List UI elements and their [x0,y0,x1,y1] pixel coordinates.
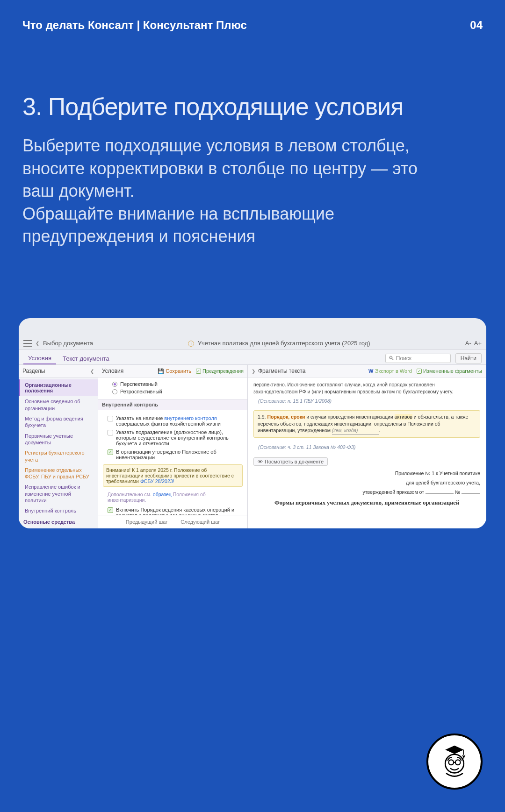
conditions-column: Условия 💾 Сохранить Предупреждения Персп… [98,365,248,528]
checkbox-icon [108,449,113,455]
radio-icon [112,389,117,394]
radio-icon [112,382,117,387]
checkbox-icon [108,416,113,421]
brand-label: Что делать Консалт | Консультант Плюс [22,19,247,32]
section-item[interactable]: Первичные учетные документы [19,431,98,448]
link-sample[interactable]: образец [153,491,173,497]
source-note-2: (Основание: ч. 3 ст. 11 Закона № 402-ФЗ) [253,442,480,455]
tab-conditions[interactable]: Условия [23,352,56,364]
hamburger-icon[interactable] [23,340,32,347]
app-screenshot: ❮ Выбор документа i Учетная политика для… [19,318,486,528]
view-in-document-button[interactable]: 👁 Посмотреть в документе [253,457,328,466]
forms-heading: Формы первичных учетных документов, прим… [253,497,480,509]
slide-title: 3. Подберите подходящие условия [0,32,505,121]
font-size-controls: A- A+ [465,340,482,347]
logo-badge [426,734,483,790]
scholar-icon [433,741,476,783]
fragments-column: ❯ Фрагменты текста W Экспорт в Word Изме… [248,365,486,528]
save-button[interactable]: 💾 Сохранить [158,368,191,374]
radio-retrospective[interactable]: Ретроспективный [103,388,243,395]
body-line-1: Выберите подходящие условия в левом стол… [22,135,445,203]
attachment-info: утвержденной приказом от № [253,487,480,497]
section-item[interactable]: Метод и форма ведения бухучета [19,413,98,431]
font-increase[interactable]: A+ [474,340,482,347]
section-item[interactable]: Внутренний контроль [19,506,98,516]
eye-icon: 👁 [258,459,263,464]
checkbox-internal-control[interactable]: Указать на наличие внутреннего контроля … [103,414,243,428]
page-number: 04 [470,19,483,32]
section-item[interactable]: Основные сведения об организации [19,396,98,413]
export-word-button[interactable]: W Экспорт в Word [368,368,412,374]
svg-rect-0 [463,750,464,755]
warnings-toggle[interactable]: Предупреждения [196,368,244,374]
section-intangible[interactable]: Нематериальные активы [19,527,98,528]
app-topbar: ❮ Выбор документа i Учетная политика для… [19,337,486,350]
supplementary-note: Дополнительно см. образец Положения об и… [103,490,243,506]
tabs-row: Условия Текст документа 🔍︎ Поиск Найти [19,350,486,365]
document-title: i Учетная политика для целей бухгалтерск… [97,340,462,347]
svg-point-2 [448,760,454,765]
section-item[interactable]: Применение отдельных ФСБУ, ПБУ и правил … [19,465,98,482]
link-internal-control[interactable]: внутреннего контроля [164,415,216,421]
font-decrease[interactable]: A- [465,340,471,347]
checkbox-icon [108,507,113,513]
subsection-internal-control: Внутренний контроль [98,399,247,410]
fill-in-placeholder[interactable]: (кем, когда) [332,427,379,434]
fragments-header: ❯ Фрагменты текста W Экспорт в Word Изме… [248,365,486,378]
info-icon: i [188,341,194,347]
warning-fsbu: Внимание! К 1 апреля 2025 г. Положение о… [103,464,243,487]
search-icon: 🔍︎ [389,355,394,362]
radio-prospective[interactable]: Перспективный [103,380,243,388]
find-button[interactable]: Найти [455,353,482,363]
section-item[interactable]: Регистры бухгалтерского учета [19,448,98,465]
attachment-info: Приложение № 1 к Учетной политике [253,469,480,478]
collapse-icon[interactable]: ❮ [90,369,94,374]
prev-step-button[interactable]: Предыдущий шаг [126,519,168,525]
section-group-org[interactable]: Организационные положения [19,379,98,396]
document-title-text: Учетная политика для целей бухгалтерског… [198,340,370,347]
svg-point-3 [455,760,461,765]
conditions-header: Условия 💾 Сохранить Предупреждения [98,365,247,378]
sections-header: Разделы ❮ [19,365,98,378]
back-link[interactable]: Выбор документа [43,340,93,347]
section-fixed-assets[interactable]: Основные средства [19,516,98,527]
fragment-paragraph: перспективно. Исключение составляют случ… [253,381,480,395]
next-step-button[interactable]: Следующий шаг [180,519,220,525]
source-note: (Основание: п. 15.1 ПБУ 1/2008) [253,395,480,408]
slide-body: Выберите подходящие условия в левом стол… [0,121,468,248]
section-item[interactable]: Исправление ошибок и изменение учетной п… [19,482,98,506]
step-navigation: Предыдущий шаг Следующий шаг [98,515,247,528]
search-placeholder: Поиск [396,355,411,362]
expand-icon[interactable]: ❯ [252,369,255,374]
link-fsbu[interactable]: ФСБУ 28/2023! [140,478,174,484]
checkbox-icon [108,430,113,435]
body-line-2: Обращайте внимание на всплывающие предуп… [22,203,445,248]
search-input[interactable]: 🔍︎ Поиск [385,354,451,363]
changed-fragments-toggle[interactable]: Измененные фрагменты [417,368,482,374]
checkbox-inventory-policy[interactable]: В организации утверждено Положение об ин… [103,448,243,462]
attachment-info: для целей бухгалтерского учета, [253,478,480,487]
sections-column: Разделы ❮ Организационные положения Осно… [19,365,98,528]
three-column-layout: Разделы ❮ Организационные положения Осно… [19,365,486,528]
back-arrow-icon[interactable]: ❮ [36,341,39,346]
tab-document-text[interactable]: Текст документа [58,352,114,364]
highlighted-fragment: 1.9. Порядок, сроки и случаи проведения … [253,410,480,438]
checkbox-cash-order[interactable]: Включить Порядок ведения кассовых операц… [103,506,243,515]
checkbox-subdivision[interactable]: Указать подразделение (должностное лицо)… [103,428,243,448]
